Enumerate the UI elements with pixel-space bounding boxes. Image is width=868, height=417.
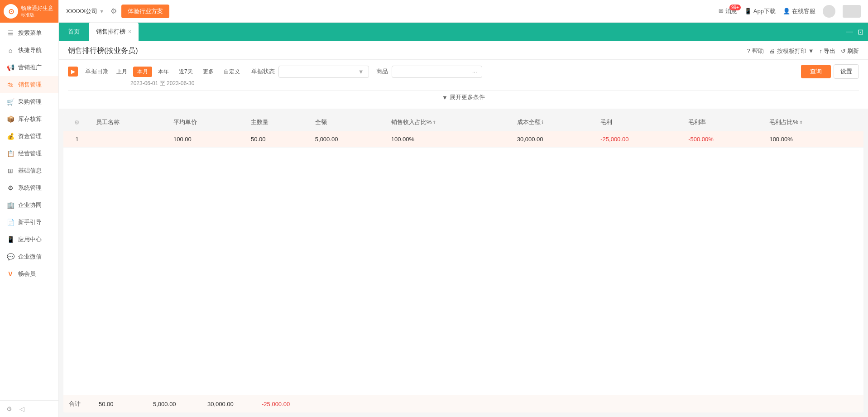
settings-button[interactable]: 设置 [834,64,859,79]
app-download-button[interactable]: 📱 App下载 [744,7,776,15]
cell-gross: -25,000.00 [595,131,683,148]
page-title: 销售排行榜(按业务员) [68,46,138,56]
message-button[interactable]: ✉ 消息 99+ [719,7,737,15]
sidebar-item-label: 经营管理 [18,149,42,158]
company-selector[interactable]: XXXXX公司 ▼ [66,7,104,15]
enterprise-icon: 🏢 [6,201,14,209]
sidebar-item-basic-info[interactable]: ⊞ 基础信息 [0,162,58,179]
sidebar-item-search-order[interactable]: ☰ 搜索菜单 [0,24,58,42]
sidebar-item-finance[interactable]: 💰 资金管理 [0,128,58,145]
sidebar: ⊙ 畅康通好生意 标准版 ☰ 搜索菜单 ⌂ 快捷导航 📢 营销推广 🛍 销售管理… [0,0,59,417]
sidebar-item-label: 基础信息 [18,167,42,175]
date-tab-last-7days[interactable]: 近7天 [175,67,197,77]
quick-nav-icon: ⌂ [6,47,14,54]
query-button[interactable]: 查询 [801,65,831,78]
search-order-icon: ☰ [6,29,14,37]
sidebar-item-inventory[interactable]: 📦 库存核算 [0,110,58,128]
sidebar-item-sales[interactable]: 🛍 销售管理 [0,76,58,93]
filter-toggle-btn[interactable]: ▶ [68,67,78,77]
sidebar-item-guide[interactable]: 📄 新手引导 [0,214,58,231]
export-button[interactable]: ↑ 导出 [820,47,836,55]
expand-label: 展开更多条件 [450,93,485,101]
app-download-label: App下载 [753,7,776,15]
collapse-icon[interactable]: ◁ [19,405,24,412]
gross-pct-sort-icon: ⬆ [799,120,803,125]
sidebar-item-label: 畅会员 [18,270,36,278]
tab-home[interactable]: 首页 [59,23,89,41]
sidebar-item-member[interactable]: V 畅会员 [0,265,58,283]
goods-dots-icon[interactable]: ··· [472,68,477,75]
sidebar-item-purchase[interactable]: 🛒 采购管理 [0,93,58,110]
cell-rank: 1 [63,131,91,148]
col-quantity: 主数量 [245,114,310,131]
tab-close-icon[interactable]: × [128,29,131,35]
date-tab-this-month[interactable]: 本月 [133,67,152,77]
export-icon: ↑ [820,48,823,54]
date-range-text: 2023-06-01 至 2023-06-30 [130,80,194,86]
sidebar-item-app-center[interactable]: 📱 应用中心 [0,231,58,248]
cell-amount: 5,000.00 [310,131,386,148]
trial-button[interactable]: 体验行业方案 [121,5,169,18]
sidebar-item-enterprise[interactable]: 🏢 企业协同 [0,197,58,214]
sidebar-item-operations[interactable]: 📋 经营管理 [0,145,58,162]
date-tab-more[interactable]: 更多 [199,67,218,77]
user-avatar[interactable] [823,5,835,18]
col-gross-pct[interactable]: 毛利占比%⬆ [764,114,863,131]
app-center-icon: 📱 [6,236,14,243]
table-wrapper: ⚙ 员工名称 平均单价 主数量 全额 销售收入占比%⬆ 成本全额ℹ 毛利 毛利率… [63,114,863,412]
sidebar-item-label: 库存核算 [18,115,42,123]
refresh-label: 刷新 [847,47,859,55]
settings-bottom-icon[interactable]: ⚙ [6,405,12,412]
tab-maximize-icon[interactable]: ⊡ [858,28,863,36]
refresh-icon: ↺ [841,48,846,54]
system-icon: ⚙ [6,184,14,192]
date-filter: 单据日期 上月 本月 本年 近7天 更多 自定义 [85,67,244,77]
tab-home-label: 首页 [68,28,80,36]
print-dropdown-icon: ▼ [808,48,814,54]
doc-status-filter: 单据状态 ▼ [251,66,369,78]
tab-active-label: 销售排行榜 [96,28,125,36]
refresh-button[interactable]: ↺ 刷新 [841,47,859,55]
sidebar-item-label: 销售管理 [18,81,42,89]
sales-pct-sort-icon: ⬆ [432,120,436,125]
goods-input[interactable]: ··· [392,66,482,78]
topbar-right: ✉ 消息 99+ 📱 App下载 👤 在线客服 [719,5,861,18]
sidebar-item-marketing[interactable]: 📢 营销推广 [0,59,58,76]
basic-info-icon: ⊞ [6,167,14,174]
help-icon: ? [747,48,750,54]
tab-sales-ranking[interactable]: 销售排行榜 × [89,23,139,41]
topbar-gear-icon[interactable]: ⚙ [110,7,117,15]
sidebar-nav: ☰ 搜索菜单 ⌂ 快捷导航 📢 营销推广 🛍 销售管理 🛒 采购管理 📦 库存核… [0,23,58,400]
gear-column-icon: ⚙ [74,119,80,126]
expand-button[interactable]: ▼ 展开更多条件 [442,93,485,101]
help-button[interactable]: ? 帮助 [747,47,763,55]
content-area: 销售排行榜(按业务员) ? 帮助 🖨 按模板打印 ▼ ↑ 导出 ↺ 刷新 [59,41,868,417]
page-header: 销售排行榜(按业务员) ? 帮助 🖨 按模板打印 ▼ ↑ 导出 ↺ 刷新 [59,41,868,60]
cell-employee [91,131,168,148]
col-gross-rate: 毛利率 [683,114,764,131]
user-name-area[interactable] [843,5,861,18]
online-service-button[interactable]: 👤 在线客服 [783,7,815,15]
date-tab-prev-month[interactable]: 上月 [112,67,131,77]
sidebar-item-label: 企业协同 [18,201,42,209]
date-tab-this-year[interactable]: 本年 [154,67,173,77]
footer-gross: -25,000.00 [262,401,298,407]
wechat-icon: 💬 [6,253,14,260]
col-sales-pct[interactable]: 销售收入占比%⬆ [386,114,512,131]
sidebar-item-label: 资金管理 [18,132,42,140]
col-gear[interactable]: ⚙ [63,114,91,131]
export-label: 导出 [824,47,835,55]
date-tabs: 上月 本月 本年 近7天 更多 自定义 [112,67,244,77]
print-button[interactable]: 🖨 按模板打印 ▼ [769,47,814,55]
sidebar-item-quick-nav[interactable]: ⌂ 快捷导航 [0,42,58,59]
sidebar-item-system[interactable]: ⚙ 系统管理 [0,179,58,197]
tab-minimize-icon[interactable]: — [846,28,853,36]
sidebar-item-label: 快捷导航 [18,46,42,54]
sidebar-item-wechat[interactable]: 💬 企业微信 [0,248,58,265]
cost-info-icon[interactable]: ℹ [542,120,543,125]
sidebar-item-label: 新手引导 [18,218,42,226]
cell-avg-price: 100.00 [168,131,245,148]
date-tab-custom[interactable]: 自定义 [220,67,244,77]
doc-status-select[interactable]: ▼ [278,66,369,78]
topbar: XXXXX公司 ▼ ⚙ 体验行业方案 ✉ 消息 99+ 📱 App下载 👤 在线… [59,0,868,23]
